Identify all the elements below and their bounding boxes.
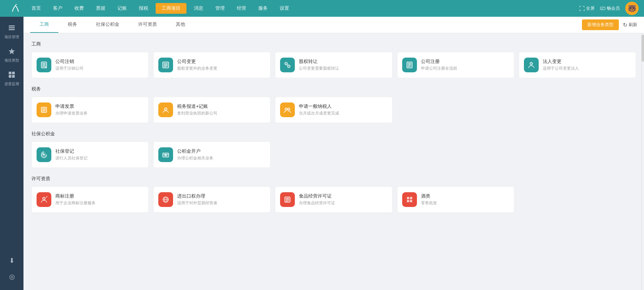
svg-rect-49	[410, 200, 412, 202]
nav-items: 首页 客户 收费 票据 记账 报税 工商项目 消息 管理 经营 服务 设置	[25, 0, 579, 17]
card-info-change: 公司变更 股权变更外的业务变更	[177, 59, 265, 71]
svg-rect-47	[410, 197, 412, 199]
card-name-change: 公司变更	[177, 59, 265, 65]
card-icon-liquor	[402, 192, 417, 207]
nav-bookkeeping[interactable]: 记账	[111, 0, 133, 17]
svg-rect-48	[407, 200, 409, 202]
nav-bill[interactable]: 票据	[90, 0, 111, 17]
card-icon-legal	[524, 58, 539, 72]
card-info-trademark: 商标注册 用于企业商标注册服务	[55, 193, 144, 206]
user-avatar[interactable]: 🐻	[625, 2, 639, 15]
sidebar-item-project-manage[interactable]: 项目管理	[0, 20, 23, 44]
card-info-social-register: 社保登记 进行人员社保登记	[55, 148, 144, 161]
card-name-import-export: 进出口权办理	[177, 193, 265, 199]
card-name-legal: 法人变更	[543, 59, 631, 65]
card-fund-account[interactable]: 公积金开户 办理公积金相关业务	[153, 142, 270, 168]
nav-fee[interactable]: 收费	[68, 0, 90, 17]
section-title-social: 社保公积金	[32, 131, 636, 137]
vip-btn[interactable]: 畅会员	[600, 5, 620, 11]
card-invoice[interactable]: 申请发票 办理申请发票业务	[32, 97, 149, 123]
card-social-register[interactable]: 社保登记 进行人员社保登记	[32, 142, 149, 168]
sidebar-item-project-type[interactable]: 项目类型	[0, 44, 23, 67]
nav-home[interactable]: 首页	[25, 0, 47, 17]
card-info-fund-account: 公积金开户 办理公积金相关业务	[177, 148, 265, 161]
card-desc-legal: 适用于公司变更法人	[543, 66, 631, 71]
sidebar-bottom: ⬇ ◎	[6, 254, 17, 290]
new-type-button[interactable]: 新增业务类型	[582, 19, 619, 30]
nav-customer[interactable]: 客户	[47, 0, 68, 17]
svg-rect-46	[407, 197, 409, 199]
tab-industry[interactable]: 工商	[30, 17, 58, 33]
card-icon-fund-account	[158, 147, 173, 162]
logo	[5, 3, 25, 14]
card-info-general-taxpayer: 申请一般纳税人 当月或次月成变更完成	[299, 103, 387, 116]
section-title-license: 许可资质	[32, 176, 636, 182]
card-name-register: 公司注册	[421, 59, 509, 65]
section-tax: 税务 申请发票 办理申请发票业务	[32, 86, 636, 123]
card-info-register: 公司注册 申请公司注册全流程	[421, 59, 509, 71]
tab-social-insurance[interactable]: 社保公积金	[87, 17, 129, 33]
card-company-change[interactable]: 公司变更 股权变更外的业务变更	[153, 52, 270, 78]
tab-other[interactable]: 其他	[166, 17, 195, 33]
tab-license[interactable]: 许可资质	[129, 17, 166, 33]
nav-tax[interactable]: 报税	[133, 0, 154, 17]
card-import-export[interactable]: 进出口权办理 适用于对外贸易经营者	[153, 187, 270, 213]
card-company-cancel[interactable]: 公司注销 适用于注销公司	[32, 52, 149, 78]
nav-message[interactable]: 消息	[188, 0, 209, 17]
svg-point-30	[164, 108, 167, 111]
svg-point-33	[43, 154, 45, 155]
social-cards-grid: 社保登记 进行人员社保登记 公积金开户 办理公积金相关业务	[32, 142, 636, 168]
nav-settings[interactable]: 设置	[274, 0, 295, 17]
list-icon	[8, 24, 15, 33]
tab-tax[interactable]: 税务	[58, 17, 87, 33]
card-liquor[interactable]: 酒类 零售批发	[397, 187, 514, 213]
section-title-tax: 税务	[32, 86, 636, 92]
card-info-invoice: 申请发票 办理申请发票业务	[55, 103, 144, 116]
card-icon-equity	[280, 58, 295, 72]
card-info-tax-bookkeep: 税务报道+记账 拿到营业执照的新公司	[177, 103, 265, 116]
card-general-taxpayer[interactable]: 申请一般纳税人 当月或次月成变更完成	[275, 97, 392, 123]
card-name-tax-bookkeep: 税务报道+记账	[177, 103, 265, 110]
left-sidebar: 项目管理 项目类型 进度监测 ⬇ ◎	[0, 17, 23, 290]
card-icon-social-register	[37, 147, 51, 162]
nav-industry[interactable]: 工商项目	[156, 3, 186, 14]
card-tax-bookkeep[interactable]: 税务报道+记账 拿到营业执照的新公司	[153, 97, 270, 123]
download-icon[interactable]: ⬇	[6, 254, 17, 267]
card-name-invoice: 申请发票	[55, 103, 144, 110]
svg-rect-8	[12, 75, 15, 78]
refresh-button[interactable]: ↻ 刷新	[623, 22, 637, 28]
card-trademark[interactable]: 商标注册 用于企业商标注册服务	[32, 187, 149, 213]
card-icon-change	[158, 58, 173, 72]
location-icon[interactable]: ◎	[6, 270, 17, 283]
svg-point-31	[285, 108, 287, 111]
fullscreen-btn[interactable]: 全屏	[579, 5, 595, 11]
tabs: 工商 税务 社保公积金 许可资质 其他	[30, 17, 195, 33]
nav-service[interactable]: 服务	[252, 0, 274, 17]
card-desc-change: 股权变更外的业务变更	[177, 66, 265, 71]
svg-rect-1	[9, 25, 15, 26]
nav-manage[interactable]: 管理	[209, 0, 231, 17]
card-icon-general-taxpayer	[280, 102, 295, 117]
card-food-license[interactable]: 食品经营许可证 办理食品经营许可证	[275, 187, 392, 213]
card-equity-transfer[interactable]: 股权转让 公司变更需要股权转让	[275, 52, 392, 78]
nav-operation[interactable]: 经营	[231, 0, 252, 17]
card-info-equity: 股权转让 公司变更需要股权转让	[299, 59, 387, 71]
card-name-food-license: 食品经营许可证	[299, 193, 387, 199]
card-name-equity: 股权转让	[299, 59, 387, 65]
card-company-register[interactable]: 公司注册 申请公司注册全流程	[397, 52, 514, 78]
sidebar-item-progress[interactable]: 进度监测	[0, 67, 23, 90]
card-icon-trademark	[37, 192, 51, 207]
svg-rect-2	[9, 27, 15, 28]
card-legal-change[interactable]: 法人变更 适用于公司变更法人	[519, 52, 636, 78]
scrollbar-thumb[interactable]	[642, 35, 644, 62]
card-desc-social-register: 进行人员社保登记	[55, 155, 144, 161]
tab-bar: 工商 税务 社保公积金 许可资质 其他 新增业务类型 ↻ 刷新	[23, 17, 644, 33]
svg-line-20	[287, 65, 288, 65]
card-info-food-license: 食品经营许可证 办理食品经营许可证	[299, 193, 387, 206]
section-title-industry: 工商	[32, 41, 636, 47]
card-icon-cancel	[37, 58, 51, 72]
card-name-liquor: 酒类	[421, 193, 509, 199]
card-icon-register	[402, 58, 417, 72]
card-icon-invoice	[37, 102, 51, 117]
top-navigation: 首页 客户 收费 票据 记账 报税 工商项目 消息 管理 经营 服务 设置 全屏…	[0, 0, 644, 17]
